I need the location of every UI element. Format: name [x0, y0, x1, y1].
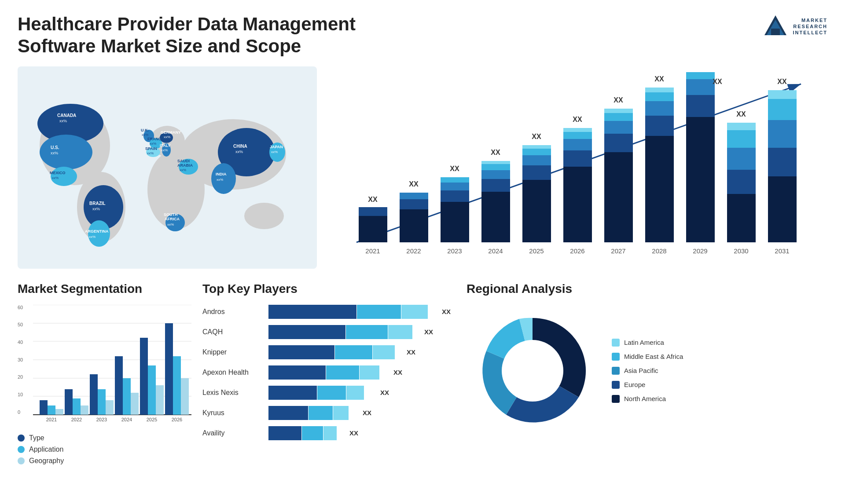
svg-rect-75	[481, 179, 510, 192]
svg-text:xx%: xx%	[180, 168, 186, 172]
svg-text:XX: XX	[491, 149, 500, 156]
svg-text:2025: 2025	[147, 417, 157, 422]
svg-rect-111	[686, 79, 715, 95]
svg-text:XX: XX	[713, 78, 722, 85]
player-row-apexon: Apexon Health XX	[202, 365, 458, 380]
legend-geography-label: Geography	[29, 457, 64, 465]
svg-rect-82	[522, 165, 551, 180]
svg-rect-83	[522, 155, 551, 165]
svg-text:xx%: xx%	[142, 133, 148, 137]
svg-rect-63	[400, 209, 428, 242]
svg-rect-105	[645, 92, 674, 101]
svg-text:xx%: xx%	[167, 223, 174, 226]
player-value-knipper: XX	[407, 348, 415, 356]
svg-text:XX: XX	[736, 110, 746, 118]
svg-rect-77	[481, 164, 510, 170]
svg-text:xx%: xx%	[161, 148, 168, 152]
svg-rect-125	[768, 99, 797, 120]
svg-text:xx%: xx%	[59, 119, 67, 123]
application-dot	[18, 446, 25, 453]
svg-text:2021: 2021	[46, 417, 57, 422]
svg-rect-60	[359, 207, 387, 216]
svg-rect-106	[645, 88, 674, 92]
svg-rect-141	[73, 398, 81, 415]
svg-rect-137	[48, 405, 55, 415]
svg-text:MEXICO: MEXICO	[50, 171, 66, 175]
map-container: CANADA xx% U.S. xx% MEXICO xx% BRAZIL xx…	[18, 66, 317, 269]
svg-rect-95	[604, 152, 633, 242]
svg-text:SOUTH: SOUTH	[164, 212, 178, 217]
svg-text:2027: 2027	[611, 247, 625, 255]
player-value-kyruus: XX	[363, 409, 371, 416]
player-row-kyruus: Kyruus XX	[202, 406, 458, 420]
y-label-0: 0	[18, 409, 23, 415]
latin-america-label: Latin America	[624, 339, 664, 346]
svg-text:CANADA: CANADA	[57, 113, 76, 118]
svg-rect-91	[563, 132, 592, 139]
header: Healthcare Provider Data Management Soft…	[18, 13, 827, 58]
logo-icon	[762, 13, 789, 40]
svg-rect-71	[441, 177, 469, 183]
player-value-lexis: XX	[380, 389, 389, 396]
player-row-caqh: CAQH XX	[202, 325, 458, 339]
europe-color	[612, 381, 620, 389]
svg-text:SAUDI: SAUDI	[177, 159, 190, 163]
svg-text:2026: 2026	[570, 247, 584, 255]
svg-text:INDIA: INDIA	[216, 172, 227, 176]
legend-north-america: North America	[612, 395, 683, 403]
middle-east-label: Middle East & Africa	[624, 353, 683, 360]
svg-text:CHINA: CHINA	[233, 144, 247, 149]
svg-rect-84	[522, 149, 551, 155]
svg-text:XX: XX	[777, 78, 787, 85]
legend-type-label: Type	[29, 434, 44, 442]
player-value-apexon: XX	[393, 369, 402, 376]
svg-text:XX: XX	[450, 165, 459, 172]
north-america-label: North America	[624, 395, 666, 402]
svg-rect-124	[768, 120, 797, 148]
player-name-apexon: Apexon Health	[202, 369, 264, 376]
asia-pacific-label: Asia Pacific	[624, 367, 658, 374]
player-bar-kyruus: XX	[268, 406, 458, 420]
middle-east-color	[612, 353, 620, 361]
asia-pacific-color	[612, 367, 620, 375]
svg-text:2024: 2024	[121, 417, 132, 422]
svg-rect-149	[123, 378, 131, 415]
world-map: CANADA xx% U.S. xx% MEXICO xx% BRAZIL xx…	[18, 66, 317, 269]
svg-rect-76	[481, 170, 510, 179]
svg-rect-145	[98, 389, 106, 415]
svg-rect-109	[686, 117, 715, 242]
player-row-knipper: Knipper XX	[202, 345, 458, 359]
page: Healthcare Provider Data Management Soft…	[0, 0, 845, 504]
svg-rect-102	[645, 136, 674, 242]
y-label-50: 50	[18, 322, 23, 327]
svg-rect-81	[522, 180, 551, 242]
svg-rect-99	[604, 109, 633, 113]
svg-rect-70	[441, 183, 469, 190]
player-value-caqh: XX	[424, 328, 433, 336]
player-list: Andros XX CAQH	[202, 305, 458, 440]
svg-rect-92	[563, 128, 592, 132]
player-value-availity: XX	[349, 429, 358, 437]
svg-rect-103	[645, 116, 674, 136]
svg-rect-146	[106, 400, 114, 415]
logo-text: MARKET RESEARCH INTELLECT	[793, 17, 828, 36]
svg-text:GERMANY: GERMANY	[161, 130, 181, 135]
svg-rect-142	[81, 405, 88, 415]
segmentation-chart: 2021 2022 2023	[33, 305, 191, 428]
donut-chart	[467, 305, 599, 437]
legend-geography: Geography	[18, 457, 194, 465]
svg-text:XX: XX	[573, 116, 582, 123]
svg-rect-119	[727, 123, 756, 130]
regional-legend: Latin America Middle East & Africa Asia …	[612, 339, 683, 403]
svg-rect-78	[481, 161, 510, 164]
latin-america-color	[612, 339, 620, 347]
svg-rect-152	[140, 338, 148, 415]
bar-chart-svg: XX 2021 XX 2022 XX 2023	[326, 71, 827, 256]
svg-text:xx%: xx%	[52, 176, 59, 180]
player-row-availity: Availity XX	[202, 426, 458, 440]
svg-rect-150	[131, 393, 139, 415]
player-bar-knipper: XX	[268, 345, 458, 359]
player-bar-availity: XX	[268, 426, 458, 440]
segmentation-legend: Type Application Geography	[18, 434, 194, 465]
svg-text:2025: 2025	[529, 247, 544, 255]
